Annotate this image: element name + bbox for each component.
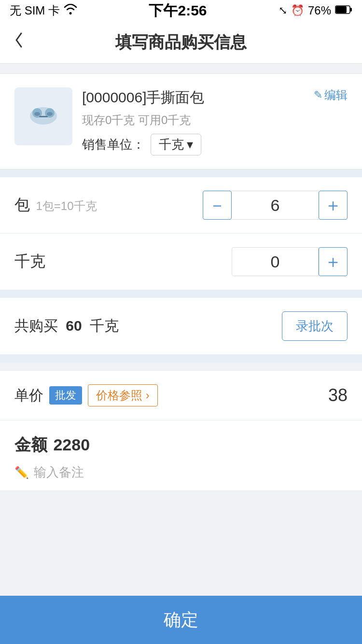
- amount-value: 2280: [53, 435, 90, 454]
- page-title: 填写商品购买信息: [115, 31, 247, 54]
- qty-unit-bao: 包: [14, 196, 30, 213]
- total-unit: 千克: [90, 318, 119, 334]
- decrement-bao-button[interactable]: －: [203, 191, 232, 220]
- svg-rect-2: [350, 8, 352, 12]
- qty-section-bao: 包 1包=10千克 － ＋: [0, 177, 362, 234]
- increment-bao-button[interactable]: ＋: [319, 191, 348, 220]
- section-divider-1: [0, 169, 362, 177]
- svg-rect-1: [336, 6, 347, 13]
- status-left: 无 SIM 卡: [10, 3, 77, 18]
- qty-section-kg: 千克 ＋: [0, 234, 362, 290]
- remark-placeholder: 输入备注: [34, 464, 84, 481]
- alarm-icon: ⏰: [291, 4, 304, 17]
- price-tag-pifa: 批发: [49, 386, 82, 405]
- amount-section: 金额 2280 ✏️ 输入备注: [0, 420, 362, 491]
- product-image: [14, 87, 72, 145]
- time-label: 下午2:56: [149, 1, 207, 21]
- product-edit[interactable]: ✎ 编辑: [314, 87, 348, 103]
- edit-label: 编辑: [324, 87, 348, 103]
- price-ref-button[interactable]: 价格参照 ›: [88, 384, 158, 406]
- product-name: [0000006]手撕面包: [82, 87, 304, 108]
- back-button[interactable]: [14, 30, 25, 54]
- amount-label: 金额: [14, 435, 47, 454]
- qty-input-kg[interactable]: [232, 247, 319, 276]
- remark-row[interactable]: ✏️ 输入备注: [14, 464, 348, 481]
- price-value: 38: [328, 385, 348, 406]
- product-unit-row: 销售单位： 千克 ▾: [82, 134, 304, 155]
- confirm-button[interactable]: 确定: [0, 596, 362, 644]
- unit-dropdown-icon: ▾: [187, 137, 193, 152]
- total-label: 共购买 60 千克: [14, 316, 119, 336]
- qty-input-bao[interactable]: [232, 191, 319, 220]
- carrier-label: 无 SIM 卡: [10, 3, 60, 18]
- total-prefix: 共购买: [14, 318, 58, 334]
- battery-label: 76%: [308, 4, 331, 17]
- qty-unit-kg: 千克: [14, 252, 45, 270]
- location-icon: ⤡: [278, 4, 287, 17]
- increment-kg-button[interactable]: ＋: [319, 247, 348, 276]
- svg-rect-8: [39, 116, 48, 117]
- price-section: 单价 批发 价格参照 › 38: [0, 370, 362, 420]
- section-divider-3: [0, 355, 362, 363]
- svg-point-7: [47, 112, 53, 116]
- edit-button[interactable]: ✎ 编辑: [314, 87, 348, 103]
- qty-control-bao: － ＋: [203, 191, 348, 220]
- product-logo-icon: [27, 102, 60, 131]
- svg-point-6: [34, 112, 40, 116]
- pencil-icon: ✏️: [14, 466, 29, 479]
- unit-value: 千克: [159, 136, 184, 153]
- product-info: [0000006]手撕面包 现存0千克 可用0千克 销售单位： 千克 ▾: [82, 87, 304, 155]
- price-label: 单价: [14, 386, 43, 406]
- section-divider-2: [0, 290, 362, 298]
- battery-icon: [335, 4, 352, 17]
- price-left: 单价 批发 价格参照 ›: [14, 384, 158, 406]
- total-section: 共购买 60 千克 录批次: [0, 298, 362, 355]
- unit-label: 销售单位：: [82, 136, 145, 153]
- qty-control-kg: ＋: [232, 247, 348, 276]
- batch-button[interactable]: 录批次: [282, 311, 348, 341]
- unit-select[interactable]: 千克 ▾: [151, 134, 201, 155]
- edit-icon: ✎: [314, 89, 322, 101]
- qty-sub-label: 1包=10千克: [36, 199, 97, 212]
- qty-label-bao: 包 1包=10千克: [14, 195, 97, 216]
- product-stock: 现存0千克 可用0千克: [82, 112, 304, 128]
- status-bar: 无 SIM 卡 下午2:56 ⤡ ⏰ 76%: [0, 0, 362, 21]
- qty-label-kg: 千克: [14, 251, 45, 272]
- status-right: ⤡ ⏰ 76%: [278, 4, 352, 17]
- wifi-icon: [64, 4, 77, 17]
- product-card: [0000006]手撕面包 现存0千克 可用0千克 销售单位： 千克 ▾ ✎ 编…: [0, 73, 362, 169]
- total-qty: 60: [66, 318, 82, 334]
- confirm-label: 确定: [164, 608, 198, 632]
- amount-row: 金额 2280: [14, 434, 348, 456]
- nav-bar: 填写商品购买信息: [0, 21, 362, 64]
